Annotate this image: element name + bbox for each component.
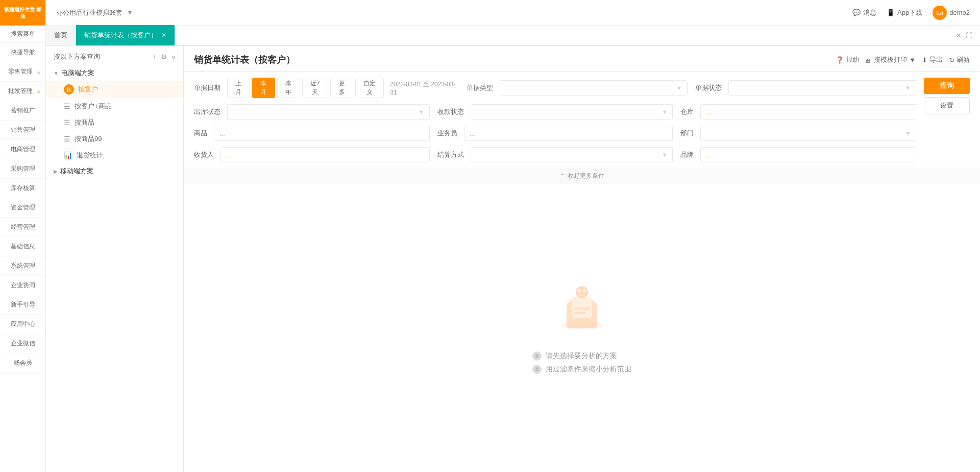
print-dropdown-icon: ▼ bbox=[909, 56, 916, 64]
date-btn-more[interactable]: 更多 bbox=[330, 78, 353, 98]
topbar-dropdown-icon[interactable]: ▼ bbox=[127, 9, 133, 16]
collapse-panel-icon[interactable]: « bbox=[172, 53, 176, 61]
message-label: 消息 bbox=[863, 8, 876, 17]
sidebar-item-sales[interactable]: 销售管理 bbox=[0, 121, 45, 140]
scheme-item-by-goods99[interactable]: ☰ 按商品99 bbox=[46, 131, 183, 147]
sidebar-item-appcenter[interactable]: 应用中心 bbox=[0, 315, 45, 334]
sidebar-item-newguide[interactable]: 新手引导 bbox=[0, 295, 45, 315]
enterprise-label: 企业协同 bbox=[11, 281, 35, 290]
collapse-text: 收起更多条件 bbox=[568, 172, 604, 180]
user-action[interactable]: Ea demo2 bbox=[933, 6, 970, 20]
help-icon: ❓ bbox=[836, 56, 844, 64]
brand-select[interactable]: ... bbox=[700, 147, 916, 162]
page-title: 销货单统计表（按客户） bbox=[194, 54, 295, 66]
order-type-col: 单据类型 ▼ bbox=[467, 80, 695, 96]
sidebar-item-retail[interactable]: 零售管理 ▲ bbox=[0, 62, 45, 82]
sidebar-item-purchase[interactable]: 采购管理 bbox=[0, 159, 45, 179]
desktop-group-label: 电脑端方案 bbox=[61, 68, 94, 78]
sidebar-item-quick-nav[interactable]: 快捷导航 bbox=[0, 43, 45, 62]
payment-status-select[interactable]: ▼ bbox=[471, 104, 673, 120]
by-customer-goods-label: 按客户+商品 bbox=[75, 102, 112, 111]
newguide-label: 新手引导 bbox=[11, 300, 35, 309]
scheme-item-by-customer-goods[interactable]: ☰ 按客户+商品 bbox=[46, 98, 183, 114]
window-controls: ✕ ⛶ bbox=[956, 32, 972, 39]
message-icon: 💬 bbox=[852, 9, 861, 16]
empty-hints: ① 请先选择要分析的方案 ② 用过滤条件来缩小分析范围 bbox=[532, 351, 631, 374]
tab-home-label: 首页 bbox=[54, 31, 67, 40]
sidebar-item-operation[interactable]: 经营管理 bbox=[0, 218, 45, 237]
order-status-select[interactable]: ▼ bbox=[728, 80, 916, 96]
desktop-group-header[interactable]: ▼ 电脑端方案 bbox=[46, 65, 183, 81]
settings-button[interactable]: 设置 bbox=[924, 97, 970, 114]
tab-home[interactable]: 首页 bbox=[46, 25, 76, 45]
return-stats-icon: 📊 bbox=[64, 151, 72, 159]
close-window-icon[interactable]: ✕ bbox=[956, 32, 962, 39]
scheme-item-by-goods[interactable]: ☰ 按商品 bbox=[46, 114, 183, 131]
settlement-select[interactable]: ▼ bbox=[471, 147, 673, 162]
left-panel-header: 按以下方案查询 + ⚙ « bbox=[46, 46, 183, 65]
sidebar-item-wholesale[interactable]: 批发管理 ▲ bbox=[0, 82, 45, 101]
search-menu-label[interactable]: 搜索菜单 bbox=[11, 30, 35, 37]
topbar-right: 💬 消息 📱 App下载 Ea demo2 bbox=[852, 6, 970, 20]
goods-dots: ... bbox=[219, 130, 225, 137]
goods-select[interactable]: ... bbox=[214, 126, 430, 141]
out-status-select[interactable]: ▼ bbox=[227, 104, 430, 120]
tab-expand[interactable]: ✕ ⛶ bbox=[956, 32, 980, 39]
sidebar-item-member[interactable]: 畅会员 bbox=[0, 353, 45, 373]
message-action[interactable]: 💬 消息 bbox=[852, 8, 876, 17]
date-btn-this-month[interactable]: 本月 bbox=[252, 78, 275, 98]
collapse-label: ⌃ 收起更多条件 bbox=[560, 172, 604, 180]
sidebar-item-system[interactable]: 系统管理 bbox=[0, 256, 45, 276]
payment-status-col: 收款状态 ▼ bbox=[437, 104, 681, 120]
sidebar-item-marketing[interactable]: 营销推广 bbox=[0, 101, 45, 121]
left-panel-actions: + ⚙ « bbox=[153, 53, 176, 61]
warehouse-select[interactable]: ... bbox=[700, 104, 916, 120]
help-button[interactable]: ❓ 帮助 bbox=[836, 55, 859, 64]
consignee-select[interactable]: ... bbox=[220, 147, 430, 162]
collapse-bar[interactable]: ⌃ 收起更多条件 bbox=[184, 168, 980, 185]
print-button[interactable]: 🖨 按模板打印 ▼ bbox=[865, 55, 916, 64]
date-range-text: 2023-03-01 至 2023-03-31 bbox=[390, 80, 459, 96]
tab-report[interactable]: 销货单统计表（按客户） ✕ bbox=[76, 25, 175, 45]
avatar: Ea bbox=[933, 6, 947, 20]
date-btn-last7days[interactable]: 近7天 bbox=[302, 78, 328, 98]
sidebar-item-enterprise[interactable]: 企业协同 bbox=[0, 276, 45, 295]
query-button[interactable]: 查询 bbox=[924, 78, 970, 94]
refresh-button[interactable]: ↻ 刷新 bbox=[949, 55, 970, 64]
date-btn-custom[interactable]: 自定义 bbox=[355, 78, 384, 98]
wechat-label: 企业微信 bbox=[11, 339, 35, 348]
sidebar-item-wechat[interactable]: 企业微信 bbox=[0, 334, 45, 353]
payment-status-arrow: ▼ bbox=[662, 109, 667, 115]
date-btn-last-month[interactable]: 上月 bbox=[227, 78, 250, 98]
filter-row-1: 单据日期 上月 本月 本年 近7天 更多 自定义 2023-03-01 至 20… bbox=[194, 78, 916, 98]
right-actions: 查询 设置 bbox=[924, 78, 970, 114]
left-panel-title: 按以下方案查询 bbox=[54, 52, 100, 61]
tab-close-icon[interactable]: ✕ bbox=[161, 32, 166, 39]
scheme-item-return-stats[interactable]: 📊 退货统计 bbox=[46, 147, 183, 163]
mobile-group-header[interactable]: ▶ 移动端方案 bbox=[46, 163, 183, 179]
sidebar-item-inventory[interactable]: 库存核算 bbox=[0, 179, 45, 198]
page-header: 销货单统计表（按客户） ❓ 帮助 🖨 按模板打印 ▼ ⬇ 导出 bbox=[184, 46, 980, 72]
export-label: 导出 bbox=[929, 55, 943, 64]
date-btn-this-year[interactable]: 本年 bbox=[277, 78, 300, 98]
salesperson-select[interactable]: ... bbox=[464, 126, 673, 141]
maximize-icon[interactable]: ⛶ bbox=[966, 32, 972, 39]
department-select[interactable]: ▼ bbox=[700, 126, 916, 141]
empty-hint-1: ① 请先选择要分析的方案 bbox=[532, 351, 631, 361]
wholesale-label: 批发管理 bbox=[4, 87, 36, 96]
order-type-select[interactable]: ▼ bbox=[500, 80, 688, 96]
add-scheme-icon[interactable]: + bbox=[153, 53, 157, 61]
by-goods-label: 按商品 bbox=[75, 118, 94, 127]
sidebar-item-basic[interactable]: 基础信息 bbox=[0, 237, 45, 256]
scheme-item-by-customer[interactable]: 按 按客户 bbox=[46, 81, 183, 98]
settings-scheme-icon[interactable]: ⚙ bbox=[161, 53, 167, 61]
out-status-label: 出库状态 bbox=[194, 107, 220, 116]
search-menu[interactable]: 搜索菜单 bbox=[0, 26, 45, 43]
sidebar-item-finance[interactable]: 资金管理 bbox=[0, 198, 45, 218]
scheme-icon-text: 按 bbox=[66, 86, 72, 93]
export-button[interactable]: ⬇ 导出 bbox=[922, 55, 943, 64]
scheme-active-icon: 按 bbox=[64, 84, 74, 95]
sidebar-item-ecommerce[interactable]: 电商管理 bbox=[0, 140, 45, 159]
svg-rect-8 bbox=[574, 312, 586, 314]
app-download-action[interactable]: 📱 App下载 bbox=[887, 8, 922, 17]
